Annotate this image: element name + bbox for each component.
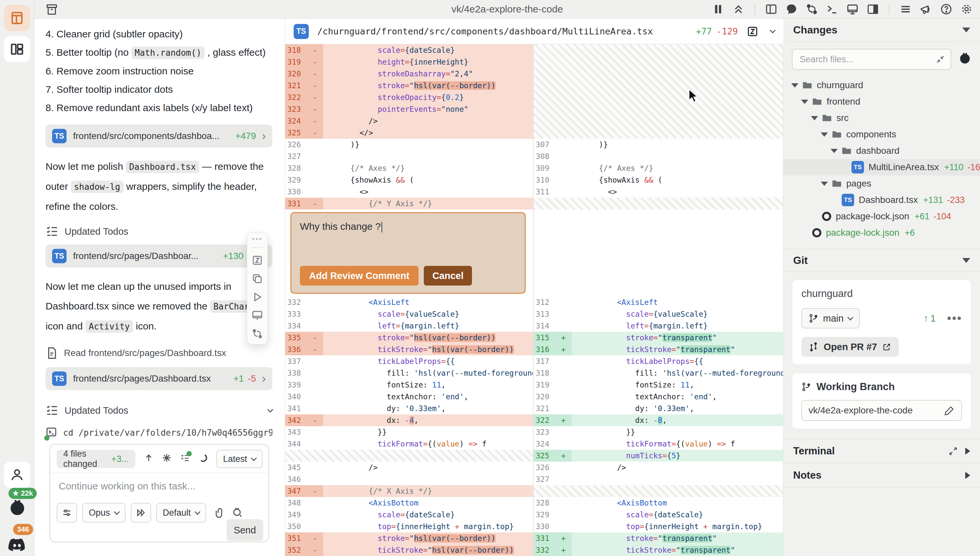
diff-line[interactable]: 318 fill: 'hsl(var(--muted-foreground))' <box>534 367 783 379</box>
diff-line[interactable]: 329 {showAxis && ( <box>285 174 533 186</box>
diff-line[interactable]: 308 <box>534 150 783 162</box>
diff-line[interactable]: 327 <box>285 150 533 162</box>
diff-line[interactable]: 342- dx: -4, <box>285 414 533 426</box>
github-cat-icon[interactable] <box>958 52 972 66</box>
tree-folder[interactable]: frontend <box>783 94 980 110</box>
chevron-down-icon[interactable] <box>770 27 775 33</box>
settings-icon[interactable] <box>960 3 973 15</box>
diff-line[interactable]: 336- tickStroke="hsl(var(--border)) <box>285 344 533 356</box>
diff-line[interactable]: 330 <> <box>285 186 533 198</box>
account-button[interactable] <box>4 462 30 488</box>
diff-line[interactable]: 340 textAnchor: 'end', <box>285 391 533 402</box>
diff-line[interactable]: 350 top={innerHeight + margin.top} <box>285 520 533 532</box>
panel-right-icon[interactable] <box>867 3 879 15</box>
burst-icon[interactable] <box>162 453 171 465</box>
diff-line[interactable]: 312 <AxisLeft <box>534 296 783 308</box>
review-comment-input[interactable]: Why this change ? <box>300 221 516 233</box>
diff-icon[interactable] <box>251 254 263 266</box>
edit-pencil-icon[interactable] <box>944 405 955 416</box>
megaphone-icon[interactable] <box>920 3 932 15</box>
model-dropdown[interactable]: Opus <box>82 503 126 522</box>
diff-line[interactable]: 313 scale={valueScale} <box>534 308 783 320</box>
diff-line[interactable]: 324 tickFormat={(value) => f <box>534 438 783 450</box>
attachment-icon[interactable] <box>214 507 226 519</box>
arrow-up-icon[interactable] <box>144 453 153 465</box>
diff-line[interactable]: 326 )} <box>285 139 533 150</box>
chat-input[interactable] <box>58 480 259 492</box>
diff-line[interactable]: 337 tickLabelProps={{ <box>285 356 533 367</box>
diff-line[interactable]: 316+ tickStroke="transparent" <box>534 344 783 356</box>
diff-line[interactable]: 311 <> <box>534 186 783 198</box>
diff-line[interactable]: 322+ dx: -8, <box>534 414 783 426</box>
diff-line[interactable]: 318- scale={dateScale} <box>285 44 533 56</box>
file-change-chip[interactable]: TS frontend/src/pages/Dashboard.tsx +1-5… <box>45 367 272 390</box>
todo-update-row[interactable]: Updated Todos <box>45 404 272 417</box>
menu-icon[interactable] <box>899 3 912 15</box>
section-expand-icon[interactable] <box>965 448 970 455</box>
diff-line[interactable]: 341 dy: '0.33em', <box>285 402 533 414</box>
play-icon[interactable] <box>251 291 263 303</box>
diff-line[interactable]: 320- strokeDasharray="2,4" <box>285 68 533 80</box>
send-button[interactable]: Send <box>226 519 263 541</box>
monitor-icon[interactable] <box>251 309 263 321</box>
diff-line[interactable]: 344 tickFormat={(value) => f <box>285 438 533 450</box>
search-box[interactable] <box>792 49 951 70</box>
todo-list-icon[interactable] <box>180 453 190 465</box>
pause-icon[interactable] <box>712 3 724 15</box>
tree-folder[interactable]: pages <box>783 175 980 192</box>
tree-folder[interactable]: components <box>783 126 980 142</box>
diff-line[interactable]: 327 <box>534 474 783 485</box>
file-change-chip[interactable]: TS frontend/src/pages/Dashboar... +130-2… <box>45 244 272 268</box>
diff-line[interactable]: 351- stroke="hsl(var(--border)) <box>285 532 533 544</box>
todo-update-row[interactable]: Updated Todos <box>45 225 272 238</box>
diff-line[interactable]: 332 <AxisLeft <box>285 296 533 308</box>
diff-line[interactable]: 352- tickStroke="hsl(var(--border)) <box>285 544 533 556</box>
terminal-command-row[interactable]: cd /private/var/folders/10/h7w0q46556ggr… <box>45 426 272 439</box>
expand-icon[interactable] <box>948 446 958 456</box>
section-collapse-icon[interactable] <box>962 258 970 263</box>
diff-line[interactable]: 348 <AxisBottom <box>285 497 533 509</box>
diff-line[interactable]: 329 scale={dateScale} <box>534 509 783 520</box>
tree-folder[interactable]: src <box>783 110 980 126</box>
settings-sliders-button[interactable] <box>57 503 77 522</box>
diff-line[interactable]: 320 textAnchor: 'end', <box>534 391 783 402</box>
diff-line[interactable]: 309 {/* Axes */} <box>534 162 783 174</box>
chat-bubble-icon[interactable] <box>785 3 798 15</box>
file-change-chip[interactable]: TS frontend/src/components/dashboa... +4… <box>45 124 272 147</box>
diff-line[interactable]: 347- {/* X Axis */} <box>285 485 533 497</box>
terminal-section-header[interactable]: Terminal <box>783 439 980 463</box>
tree-file[interactable]: package-lock.json+6 <box>783 225 980 241</box>
board-view-button[interactable] <box>4 36 30 62</box>
workspace-tab-active[interactable] <box>4 5 30 31</box>
diff-line[interactable]: 323 }} <box>534 426 783 438</box>
mode-dropdown[interactable]: Default <box>157 503 207 522</box>
panel-left-icon[interactable] <box>765 3 777 15</box>
more-options-icon[interactable]: ••• <box>947 312 962 325</box>
section-expand-icon[interactable] <box>965 472 970 479</box>
open-pr-button[interactable]: Open PR #7 <box>801 337 899 357</box>
discord-icon[interactable] <box>6 535 27 556</box>
notes-section-header[interactable]: Notes <box>783 463 980 488</box>
copy-icon[interactable] <box>251 273 263 284</box>
working-branch-input[interactable]: vk/4e2a-explore-the-code <box>801 400 962 421</box>
diff-line[interactable]: 321- stroke="hsl(var(--border)) <box>285 80 533 92</box>
monitor-icon[interactable] <box>846 3 859 15</box>
diff-line[interactable]: 331+ stroke="transparent" <box>534 532 783 544</box>
cat-icon[interactable] <box>231 507 243 519</box>
diff-line[interactable]: 310 {showAxis && ( <box>534 174 783 186</box>
tree-folder[interactable]: churnguard <box>783 77 980 94</box>
files-changed-chip[interactable]: 4 files changed +3... <box>57 450 136 468</box>
diff-line[interactable]: 332+ tickStroke="transparent" <box>534 544 783 556</box>
github-icon[interactable] <box>7 499 27 519</box>
diff-view-icon[interactable] <box>746 25 759 38</box>
diff-line[interactable]: 346 <box>285 474 533 485</box>
version-dropdown[interactable]: Latest <box>216 450 263 468</box>
diff-line[interactable]: 315+ stroke="transparent" <box>534 332 783 344</box>
git-compare-icon[interactable] <box>806 3 818 15</box>
tree-file[interactable]: TSDashboard.tsx+131-233 <box>783 192 980 208</box>
diff-line[interactable]: 333 scale={valueScale} <box>285 308 533 320</box>
diff-line[interactable]: 321 dy: '0.33em', <box>534 402 783 414</box>
fast-forward-button[interactable] <box>131 503 151 522</box>
diff-line[interactable]: 339 fontSize: 11, <box>285 379 533 391</box>
diff-line[interactable]: 325+ numTicks={5} <box>534 450 783 462</box>
